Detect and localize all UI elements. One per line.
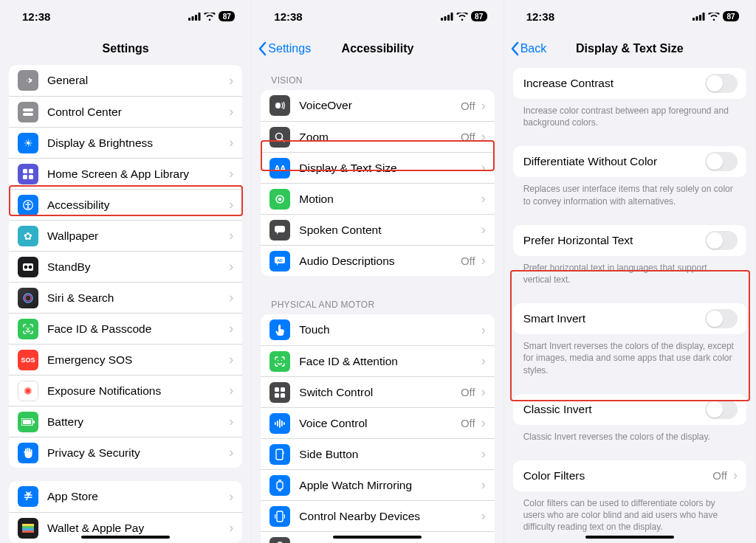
svg-rect-63 <box>702 13 704 21</box>
row-wallpaper[interactable]: ✿ Wallpaper › <box>9 220 242 251</box>
row-watch-mirroring[interactable]: Apple Watch Mirroring › <box>261 469 494 500</box>
appstore-icon <box>18 486 38 507</box>
row-accessibility[interactable]: Accessibility › <box>9 189 242 220</box>
chevron-right-icon: › <box>229 520 233 536</box>
row-general[interactable]: General › <box>9 65 242 96</box>
svg-point-37 <box>278 359 278 360</box>
row-value: Off <box>461 100 475 112</box>
footer-diff-color: Replaces user interface items that rely … <box>513 180 746 215</box>
row-increase-contrast[interactable]: Increase Contrast <box>513 68 746 99</box>
voice-control-icon <box>269 413 290 434</box>
toggle-smart-invert[interactable] <box>705 309 738 328</box>
row-display-brightness[interactable]: ☀︎ Display & Brightness › <box>9 127 242 158</box>
row-label: Display & Text Size <box>299 162 479 175</box>
svg-rect-47 <box>284 422 285 425</box>
svg-rect-20 <box>23 420 31 424</box>
svg-point-13 <box>24 265 28 269</box>
displaytext-list[interactable]: Increase Contrast Increase color contras… <box>504 65 755 543</box>
svg-point-38 <box>281 359 282 360</box>
home-indicator[interactable] <box>585 536 674 539</box>
row-control-center[interactable]: Control Center › <box>9 96 242 127</box>
row-spoken-content[interactable]: Spoken Content › <box>261 214 494 245</box>
footer-smart-invert: Smart Invert reverses the colors of the … <box>513 337 746 385</box>
chevron-right-icon: › <box>229 321 233 336</box>
back-label: Back <box>520 42 547 55</box>
remote-icon <box>269 537 290 544</box>
row-nearby-devices[interactable]: Control Nearby Devices › <box>261 500 494 531</box>
row-standby[interactable]: StandBy › <box>9 251 242 282</box>
svg-rect-24 <box>22 528 34 530</box>
row-privacy[interactable]: Privacy & Security › <box>9 437 242 468</box>
svg-rect-8 <box>23 175 27 179</box>
row-touch[interactable]: Touch › <box>261 314 494 345</box>
nav-bar: Settings Accessibility <box>252 32 503 65</box>
home-indicator[interactable] <box>81 536 170 539</box>
row-label: App Store <box>47 490 227 503</box>
back-button[interactable]: Back <box>510 41 547 56</box>
chevron-right-icon: › <box>229 166 233 181</box>
status-bar: 12:38 87 <box>252 0 503 32</box>
exposure-icon: ✺ <box>18 381 38 401</box>
row-voice-control[interactable]: Voice Control Off › <box>261 407 494 438</box>
group-smart-invert: Smart Invert <box>513 303 746 334</box>
svg-rect-61 <box>695 16 698 21</box>
row-label: Emergency SOS <box>47 353 227 367</box>
chevron-right-icon: › <box>229 352 233 367</box>
back-button[interactable]: Settings <box>258 41 311 56</box>
row-color-filters[interactable]: Color Filters Off › <box>513 460 746 491</box>
row-label: Touch <box>299 323 479 336</box>
status-indicators: 87 <box>188 11 235 21</box>
row-siri[interactable]: Siri & Search › <box>9 282 242 313</box>
row-voiceover[interactable]: VoiceOver Off › <box>261 90 494 121</box>
svg-rect-5 <box>23 113 33 116</box>
settings-list[interactable]: General › Control Center › ☀︎ Display & … <box>0 65 251 543</box>
row-switch-control[interactable]: Switch Control Off › <box>261 376 494 407</box>
row-label: Exposure Notifications <box>47 384 227 398</box>
row-audio-descriptions[interactable]: AD Audio Descriptions Off › <box>261 245 494 276</box>
accessibility-list[interactable]: VISION VoiceOver Off › Zoom Off › AA Dis… <box>252 65 503 543</box>
group-vision: VoiceOver Off › Zoom Off › AA Display & … <box>261 90 494 276</box>
gear-icon <box>18 70 38 91</box>
row-label: Apple TV Remote <box>299 541 479 544</box>
svg-rect-25 <box>22 530 34 533</box>
settings-group-2: App Store › Wallet & Apple Pay › <box>9 481 242 543</box>
row-motion[interactable]: Motion › <box>261 183 494 214</box>
toggle-classic-invert[interactable] <box>705 400 738 419</box>
chevron-right-icon: › <box>229 259 233 274</box>
zoom-icon <box>269 127 290 148</box>
row-face-attention[interactable]: Face ID & Attention › <box>261 345 494 376</box>
svg-rect-40 <box>281 387 285 392</box>
home-indicator[interactable] <box>333 536 422 539</box>
chevron-right-icon: › <box>229 489 233 505</box>
row-label: Spoken Content <box>299 224 479 237</box>
toggle-diff-color[interactable] <box>705 152 738 171</box>
group-horiz-text: Prefer Horizontal Text <box>513 225 746 256</box>
battery-icon: 87 <box>471 11 487 21</box>
clock-icon <box>18 257 38 277</box>
row-label: General <box>47 74 227 87</box>
row-zoom[interactable]: Zoom Off › <box>261 121 494 152</box>
row-battery[interactable]: Battery › <box>9 406 242 437</box>
toggle-increase-contrast[interactable] <box>705 74 738 93</box>
row-horiz-text[interactable]: Prefer Horizontal Text <box>513 225 746 256</box>
row-faceid[interactable]: Face ID & Passcode › <box>9 313 242 344</box>
svg-rect-51 <box>277 511 283 522</box>
row-sos[interactable]: SOS Emergency SOS › <box>9 344 242 375</box>
chevron-right-icon: › <box>229 290 233 305</box>
toggle-horiz-text[interactable] <box>705 231 738 250</box>
svg-rect-1 <box>192 16 194 21</box>
row-diff-color[interactable]: Differentiate Without Color <box>513 146 746 177</box>
svg-point-33 <box>279 198 281 200</box>
faceid-icon <box>18 319 38 339</box>
row-home-screen[interactable]: Home Screen & App Library › <box>9 158 242 189</box>
row-smart-invert[interactable]: Smart Invert <box>513 303 746 334</box>
svg-point-18 <box>30 327 30 328</box>
row-label: Voice Control <box>299 417 461 430</box>
chevron-right-icon: › <box>481 98 486 114</box>
row-appstore[interactable]: App Store › <box>9 481 242 512</box>
row-display-text-size[interactable]: AA Display & Text Size › <box>261 152 494 183</box>
row-side-button[interactable]: Side Button › <box>261 438 494 469</box>
footer-increase-contrast: Increase color contrast between app fore… <box>513 102 746 137</box>
row-classic-invert[interactable]: Classic Invert <box>513 394 746 425</box>
row-exposure[interactable]: ✺ Exposure Notifications › <box>9 375 242 406</box>
